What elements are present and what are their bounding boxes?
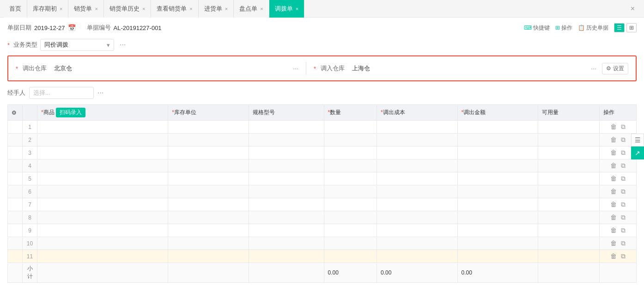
shortcut-button[interactable]: ⌨ 快捷键 <box>524 24 550 32</box>
row-qty-5[interactable] <box>324 172 377 185</box>
row-available-8[interactable] <box>538 211 600 224</box>
row-cost-6[interactable] <box>377 185 458 198</box>
row-qty-8[interactable] <box>324 211 377 224</box>
row-cost-7[interactable] <box>377 198 458 211</box>
row-unit-1[interactable] <box>168 121 249 134</box>
row-delete-button-7[interactable]: 🗑 <box>609 201 618 208</box>
row-unit-7[interactable] <box>168 198 249 211</box>
row-available-2[interactable] <box>538 134 600 146</box>
subtotal-delete-button[interactable]: 🗑 <box>609 252 618 260</box>
out-warehouse-value[interactable]: 北京仓 <box>54 64 72 73</box>
row-product-4[interactable] <box>37 159 168 172</box>
row-delete-button-3[interactable]: 🗑 <box>609 149 618 156</box>
row-qty-1[interactable] <box>324 121 377 134</box>
calendar-icon[interactable]: 📅 <box>68 24 76 31</box>
th-gear[interactable]: ⚙ <box>8 105 23 121</box>
row-qty-7[interactable] <box>324 198 377 211</box>
row-unit-6[interactable] <box>168 185 249 198</box>
in-warehouse-value[interactable]: 上海仓 <box>352 64 370 73</box>
tab-home[interactable]: 首页 <box>4 0 27 18</box>
row-cost-10[interactable] <box>377 237 458 250</box>
row-cost-8[interactable] <box>377 211 458 224</box>
row-delete-button-6[interactable]: 🗑 <box>609 188 618 195</box>
business-type-select[interactable]: 同价调拨 ▾ <box>40 39 114 51</box>
row-available-5[interactable] <box>538 172 600 185</box>
row-available-7[interactable] <box>538 198 600 211</box>
row-amount-2[interactable] <box>457 134 538 146</box>
grid-view-button[interactable]: ⊞ <box>626 23 637 32</box>
tab-sales-history-close[interactable]: × <box>142 0 145 18</box>
scan-button[interactable]: 扫码录入 <box>56 108 85 117</box>
row-amount-1[interactable] <box>457 121 538 134</box>
row-copy-button-5[interactable]: ⧉ <box>620 175 627 183</box>
row-copy-button-8[interactable]: ⧉ <box>620 214 627 221</box>
tab-purchase-close[interactable]: × <box>225 0 228 18</box>
row-product-1[interactable] <box>37 121 168 134</box>
row-spec-10[interactable] <box>249 237 324 250</box>
row-product-2[interactable] <box>37 134 168 146</box>
row-qty-10[interactable] <box>324 237 377 250</box>
row-cost-3[interactable] <box>377 146 458 159</box>
tab-sales-order[interactable]: 销货单 × <box>68 0 103 18</box>
tab-inventory[interactable]: 盘点单 × <box>234 0 269 18</box>
row-spec-9[interactable] <box>249 224 324 237</box>
tab-purchase[interactable]: 进货单 × <box>199 0 234 18</box>
tab-inventory-close[interactable]: × <box>260 0 263 18</box>
tab-sales-history[interactable]: 销货单历史 × <box>104 0 151 18</box>
row-delete-button-4[interactable]: 🗑 <box>609 162 618 169</box>
row-delete-button-1[interactable]: 🗑 <box>609 123 618 130</box>
row-qty-4[interactable] <box>324 159 377 172</box>
tab-initial-stock-close[interactable]: × <box>60 0 62 18</box>
row-unit-2[interactable] <box>168 134 249 146</box>
business-type-more[interactable]: ··· <box>120 41 126 49</box>
tab-initial-stock[interactable]: 库存期初 × <box>27 0 68 18</box>
person-select[interactable]: 选择... <box>29 87 94 99</box>
row-copy-button-2[interactable]: ⧉ <box>620 136 627 144</box>
row-unit-3[interactable] <box>168 146 249 159</box>
person-more[interactable]: ··· <box>97 89 103 97</box>
row-copy-button-3[interactable]: ⧉ <box>620 149 627 157</box>
row-copy-button-9[interactable]: ⧉ <box>620 226 627 234</box>
tab-transfer-close[interactable]: × <box>296 0 298 18</box>
row-available-6[interactable] <box>538 185 600 198</box>
sidebar-list-icon[interactable]: ☰ <box>631 134 644 146</box>
row-spec-8[interactable] <box>249 211 324 224</box>
row-delete-button-9[interactable]: 🗑 <box>609 226 618 234</box>
row-product-3[interactable] <box>37 146 168 159</box>
row-unit-5[interactable] <box>168 172 249 185</box>
row-amount-9[interactable] <box>457 224 538 237</box>
row-cost-1[interactable] <box>377 121 458 134</box>
row-spec-6[interactable] <box>249 185 324 198</box>
row-available-3[interactable] <box>538 146 600 159</box>
row-unit-4[interactable] <box>168 159 249 172</box>
row-amount-3[interactable] <box>457 146 538 159</box>
row-product-9[interactable] <box>37 224 168 237</box>
row-delete-button-10[interactable]: 🗑 <box>609 239 618 247</box>
history-button[interactable]: 📋 历史单据 <box>578 24 608 32</box>
tab-view-sales[interactable]: 查看销货单 × <box>151 0 198 18</box>
row-available-10[interactable] <box>538 237 600 250</box>
row-copy-button-4[interactable]: ⧉ <box>620 162 627 170</box>
row-available-1[interactable] <box>538 121 600 134</box>
row-spec-1[interactable] <box>249 121 324 134</box>
row-copy-button-10[interactable]: ⧉ <box>620 239 627 247</box>
row-spec-7[interactable] <box>249 198 324 211</box>
row-qty-6[interactable] <box>324 185 377 198</box>
window-close-button[interactable]: × <box>625 0 640 18</box>
row-available-9[interactable] <box>538 224 600 237</box>
row-unit-10[interactable] <box>168 237 249 250</box>
row-product-7[interactable] <box>37 198 168 211</box>
row-product-8[interactable] <box>37 211 168 224</box>
row-cost-9[interactable] <box>377 224 458 237</box>
row-copy-button-7[interactable]: ⧉ <box>620 201 627 208</box>
row-spec-3[interactable] <box>249 146 324 159</box>
row-product-6[interactable] <box>37 185 168 198</box>
operate-button[interactable]: ⊞ 操作 <box>555 24 572 32</box>
row-qty-9[interactable] <box>324 224 377 237</box>
row-copy-button-6[interactable]: ⧉ <box>620 188 627 195</box>
row-spec-5[interactable] <box>249 172 324 185</box>
row-delete-button-2[interactable]: 🗑 <box>609 136 618 143</box>
row-cost-2[interactable] <box>377 134 458 146</box>
date-value[interactable]: 2019-12-27 <box>34 24 65 31</box>
in-warehouse-more[interactable]: ··· <box>591 65 596 72</box>
